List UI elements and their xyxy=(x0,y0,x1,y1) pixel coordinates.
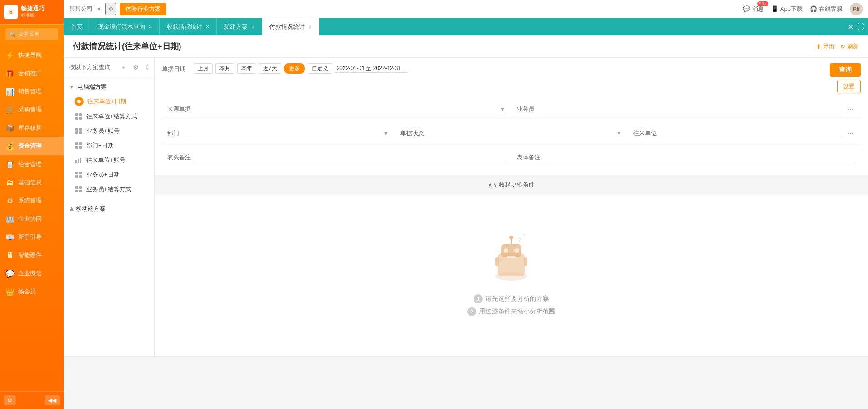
online-service-label: 在线客服 xyxy=(819,5,843,13)
scheme-group-pc-header[interactable]: ▼ 电脑端方案 xyxy=(64,80,154,94)
scheme-item-dept-date[interactable]: 部门+日期 xyxy=(64,138,154,153)
filter-cell-staff: 业务员 ··· xyxy=(511,100,861,119)
sidebar-item-hardware[interactable]: 🖥 智能硬件 xyxy=(0,246,64,264)
sidebar-settings-btn[interactable]: ⚙ xyxy=(4,395,16,405)
topbar-settings-btn[interactable]: ⚙ xyxy=(105,3,116,15)
tabs-close-all-btn[interactable]: ✕ xyxy=(848,23,853,31)
date-btn-7days[interactable]: 近7天 xyxy=(259,63,281,74)
scheme-item-unit-settle[interactable]: 往来单位+结算方式 xyxy=(64,109,154,124)
online-service-btn[interactable]: 🎧 在线客服 xyxy=(810,5,843,13)
scheme-add-btn[interactable]: ＋ xyxy=(119,62,129,72)
sidebar-item-wechat[interactable]: 💬 企业微信 xyxy=(0,264,64,283)
scheme-grid-icon xyxy=(75,112,83,121)
scheme-group-arrow: ▼ xyxy=(69,84,75,90)
partner-input[interactable] xyxy=(660,128,842,138)
refresh-btn[interactable]: ↻ 刷新 xyxy=(840,42,859,50)
date-btn-more[interactable]: 更多 xyxy=(284,63,305,74)
table-body-note-input[interactable] xyxy=(544,152,855,162)
tab-payments-close[interactable]: × xyxy=(309,24,312,30)
svg-point-27 xyxy=(514,248,519,253)
scheme-item-staff-account[interactable]: 业务员+账号 xyxy=(64,124,154,138)
sidebar-item-sales[interactable]: 📊 销售管理 xyxy=(0,82,64,101)
scheme-panel-actions: ＋ ⚙ 《 xyxy=(119,62,149,72)
sidebar-item-shortcut[interactable]: ⚡ 快捷导航 xyxy=(0,46,64,64)
tab-payments[interactable]: 付款情况统计 × xyxy=(262,18,319,35)
export-btn[interactable]: ⬆ 导出 xyxy=(816,42,835,50)
sidebar-item-capital[interactable]: 💰 资金管理 xyxy=(0,137,64,155)
main-right: 单据日期 上月 本月 本年 近7天 更多 自定义 查询 设置 xyxy=(155,58,868,356)
bill-status-select[interactable] xyxy=(428,128,623,138)
staff-input[interactable] xyxy=(538,104,842,114)
filter-area: 单据日期 上月 本月 本年 近7天 更多 自定义 查询 设置 xyxy=(155,58,868,175)
scheme-grid3-icon xyxy=(75,141,83,150)
scheme-item-label: 往来单位+结算方式 xyxy=(86,112,137,121)
tab-receipts[interactable]: 收款情况统计 × xyxy=(160,18,217,35)
scheme-group-mobile-header[interactable]: ▶ 移动端方案 xyxy=(64,202,154,216)
search-menu-btn[interactable]: 🔍 搜索菜单 xyxy=(5,28,58,40)
avatar-btn[interactable]: Rit xyxy=(850,3,863,15)
collapse-bar: ∧∧ 收起更多条件 xyxy=(155,175,868,194)
scheme-group-mobile-arrow: ▶ xyxy=(68,207,75,211)
filter-row-4: 表头备注 表体备注 xyxy=(162,148,861,167)
dept-select[interactable] xyxy=(183,128,389,138)
sidebar-item-inventory[interactable]: 📦 库存核算 xyxy=(0,119,64,137)
empty-hint-1: 1 请先选择要分析的方案 xyxy=(474,294,549,303)
query-btn[interactable]: 查询 xyxy=(830,63,861,77)
svg-rect-10 xyxy=(75,146,78,149)
topbar: 某某公司 ▼ ⚙ 体验行业方案 💬 消息 99+ 📱 App下载 🎧 在线客服 … xyxy=(64,0,868,18)
date-btn-this-month[interactable]: 本月 xyxy=(215,63,234,74)
scheme-item-label: 往来单位+日期 xyxy=(87,97,126,106)
sidebar-item-member[interactable]: 👑 畅会员 xyxy=(0,283,64,301)
date-btn-custom[interactable]: 自定义 xyxy=(308,63,332,74)
trial-btn[interactable]: 体验行业方案 xyxy=(120,3,166,15)
search-icon: 🔍 xyxy=(9,31,16,38)
message-btn[interactable]: 💬 消息 99+ xyxy=(743,5,764,13)
sidebar-item-system[interactable]: ⚙ 系统管理 xyxy=(0,192,64,210)
sidebar-item-label: 新手引导 xyxy=(18,233,42,241)
company-dropdown-arrow[interactable]: ▼ xyxy=(96,6,102,12)
scheme-settings-btn[interactable]: ⚙ xyxy=(130,62,140,72)
tab-cashflow-close[interactable]: × xyxy=(149,24,152,30)
scheme-group-mobile-label: 移动端方案 xyxy=(76,205,105,213)
collapse-more-btn[interactable]: ∧∧ 收起更多条件 xyxy=(481,178,542,192)
sidebar-item-basic[interactable]: 🗂 基础信息 xyxy=(0,173,64,192)
tab-cashflow[interactable]: 现金银行流水查询 × xyxy=(90,18,160,35)
source-bill-wrap: ▼ xyxy=(195,104,506,114)
staff-dots-btn[interactable]: ··· xyxy=(846,105,855,113)
export-icon: ⬆ xyxy=(816,43,821,50)
sidebar-collapse-btn[interactable]: ◀◀ xyxy=(45,395,60,405)
date-btn-this-year[interactable]: 本年 xyxy=(237,63,256,74)
scheme-collapse-btn[interactable]: 《 xyxy=(142,63,149,71)
sidebar-item-enterprise[interactable]: 🏢 企业协同 xyxy=(0,210,64,228)
svg-rect-9 xyxy=(79,142,82,145)
scheme-grid2-icon xyxy=(75,127,83,135)
sidebar-item-guide[interactable]: 📖 新手引导 xyxy=(0,228,64,246)
tab-receipts-close[interactable]: × xyxy=(206,24,209,30)
app-download-btn[interactable]: 📱 App下载 xyxy=(771,5,803,13)
scheme-item-staff-date[interactable]: 业务员+日期 xyxy=(64,167,154,182)
table-header-note-input[interactable] xyxy=(195,152,506,162)
date-btn-last-month[interactable]: 上月 xyxy=(194,63,213,74)
sidebar-item-purchase[interactable]: 🛒 采购管理 xyxy=(0,101,64,119)
tab-new-scheme[interactable]: 新建方案 × xyxy=(217,18,262,35)
sidebar-search-area[interactable]: 🔍 搜索菜单 xyxy=(0,24,64,44)
bill-date-label: 单据日期 xyxy=(162,63,194,73)
operation-icon: 📋 xyxy=(5,160,15,169)
collapse-label: 收起更多条件 xyxy=(499,181,534,189)
source-bill-select[interactable] xyxy=(195,104,506,114)
filter-row-2: 来源单据 ▼ 业务员 ··· xyxy=(162,100,861,119)
svg-rect-5 xyxy=(79,128,82,131)
tab-new-scheme-close[interactable]: × xyxy=(251,24,254,30)
partner-dots-btn[interactable]: ··· xyxy=(846,129,855,137)
tab-home[interactable]: 首页 xyxy=(64,18,90,35)
sidebar-item-operation[interactable]: 📋 经营管理 xyxy=(0,155,64,173)
tabs-bar: 首页 现金银行流水查询 × 收款情况统计 × 新建方案 × 付款情况统计 × ✕… xyxy=(64,18,868,35)
setting-btn[interactable]: 设置 xyxy=(837,80,861,93)
hardware-icon: 🖥 xyxy=(5,251,15,260)
scheme-item-unit-date[interactable]: 往来单位+日期 xyxy=(64,94,154,109)
sidebar-item-marketing[interactable]: 🎁 营销推广 xyxy=(0,64,64,82)
date-range-input[interactable] xyxy=(335,64,408,73)
scheme-item-unit-account[interactable]: 往来单位+账号 xyxy=(64,153,154,167)
tabs-expand-btn[interactable]: ⛶ xyxy=(857,23,864,31)
scheme-item-staff-settle[interactable]: 业务员+结算方式 xyxy=(64,182,154,197)
